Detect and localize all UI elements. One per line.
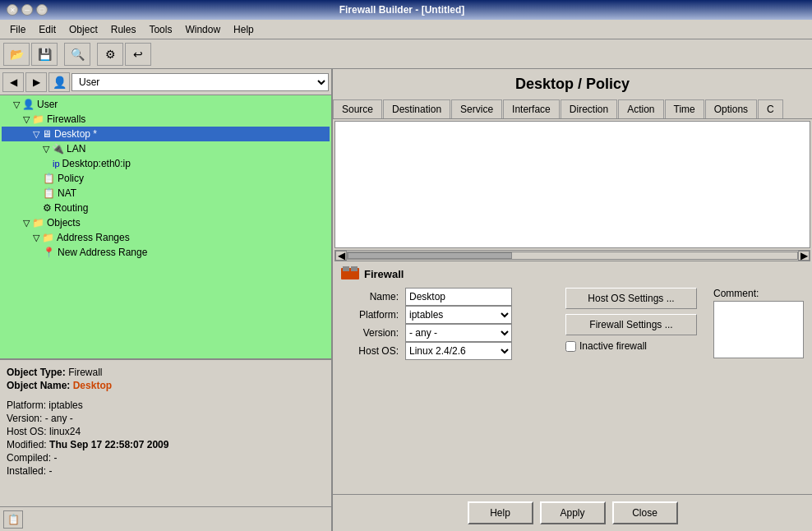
- tab-c[interactable]: C: [758, 99, 783, 118]
- menu-object[interactable]: Object: [62, 22, 104, 37]
- firewall-title: Firewall: [364, 268, 404, 280]
- menu-help[interactable]: Help: [227, 22, 261, 37]
- info-installed-value: -: [48, 465, 52, 477]
- info-version-label: Version:: [7, 413, 42, 424]
- tree-arrow-firewalls: ▽: [23, 114, 30, 125]
- menu-edit[interactable]: Edit: [32, 22, 62, 37]
- inactive-checkbox[interactable]: [565, 341, 576, 352]
- tree-node-policy[interactable]: 📋 Policy: [2, 171, 330, 186]
- forward-btn[interactable]: ▶: [25, 72, 47, 92]
- tab-direction[interactable]: Direction: [561, 99, 617, 118]
- tree-node-routing[interactable]: ⚙ Routing: [2, 201, 330, 215]
- policy-table[interactable]: [334, 121, 810, 248]
- tree-node-user[interactable]: ▽ 👤 User: [2, 97, 330, 112]
- tree-container[interactable]: ▽ 👤 User ▽ 📁 Firewalls ▽ 🖥 De: [0, 95, 331, 358]
- status-icon-btn[interactable]: 📋: [3, 510, 23, 529]
- user-dropdown[interactable]: User: [72, 73, 329, 91]
- scroll-left-btn[interactable]: ◀: [335, 251, 347, 261]
- hostos-select[interactable]: Linux 2.4/2.6 Linux 3.x: [405, 342, 512, 360]
- tree-arrow-desktop: ▽: [33, 129, 39, 140]
- menu-tools[interactable]: Tools: [142, 22, 178, 37]
- address-range-icon: 📍: [43, 247, 55, 258]
- svg-rect-2: [351, 266, 358, 271]
- apply-btn[interactable]: Apply: [540, 501, 606, 524]
- tree-arrow-address-ranges: ▽: [33, 233, 39, 243]
- tree-label-nat: NAT: [58, 187, 76, 199]
- firewall-fields: Name: Platform: iptables pf ipfw Version…: [341, 288, 557, 360]
- tree-arrow-lan: ▽: [43, 144, 49, 155]
- inactive-checkbox-row: Inactive firewall: [565, 340, 705, 352]
- hostos-row: Host OS: Linux 2.4/2.6 Linux 3.x: [341, 342, 557, 360]
- tab-time[interactable]: Time: [665, 99, 704, 118]
- toolbar-open-btn[interactable]: 📂: [3, 43, 30, 66]
- window-min-btn[interactable]: ─: [21, 4, 33, 16]
- host-os-settings-btn[interactable]: Host OS Settings ...: [565, 288, 697, 309]
- tree-label-eth0: Desktop:eth0:ip: [62, 158, 131, 169]
- title-bar: ✕ ─ □ Firewall Builder - [Untitled]: [0, 0, 812, 20]
- tree-label-desktop: Desktop *: [54, 128, 97, 140]
- tree-node-objects[interactable]: ▽ 📁 Objects: [2, 215, 330, 230]
- close-btn[interactable]: Close: [612, 501, 678, 524]
- tree-node-lan[interactable]: ▽ 🔌 LAN: [2, 141, 330, 156]
- tree-label-new-address-range: New Address Range: [58, 247, 147, 258]
- toolbar-settings-btn[interactable]: ⚙: [97, 43, 123, 66]
- menu-rules[interactable]: Rules: [104, 22, 143, 37]
- bottom-buttons: Help Apply Close: [333, 494, 812, 531]
- info-name-value: Desktop: [73, 380, 112, 391]
- left-panel: ◀ ▶ 👤 User ▽ 👤 User ▽ 📁: [0, 69, 333, 531]
- tree-node-nat[interactable]: 📋 NAT: [2, 186, 330, 201]
- toolbar-compile-btn[interactable]: ↩: [125, 43, 151, 66]
- tree-node-address-ranges[interactable]: ▽ 📁 Address Ranges: [2, 230, 330, 245]
- firewall-header: Firewall: [341, 266, 804, 281]
- policy-scrollbar-h[interactable]: ◀ ▶: [334, 250, 810, 261]
- firewall-main: Name: Platform: iptables pf ipfw Version…: [341, 288, 804, 360]
- firewall-settings-btn[interactable]: Firewall Settings ...: [565, 314, 697, 335]
- menu-window[interactable]: Window: [178, 22, 227, 37]
- policy-icon: 📋: [43, 173, 55, 184]
- name-label: Name:: [341, 291, 399, 302]
- toolbar-save-btn[interactable]: 💾: [31, 43, 58, 66]
- window-close-btn[interactable]: ✕: [7, 4, 18, 16]
- user-icon-btn[interactable]: 👤: [48, 72, 70, 92]
- window-title: Firewall Builder - [Untitled]: [48, 4, 756, 16]
- nat-icon: 📋: [43, 187, 55, 199]
- info-modified-value: Thu Sep 17 22:58:07 2009: [49, 439, 168, 450]
- tree-node-firewalls[interactable]: ▽ 📁 Firewalls: [2, 112, 330, 127]
- comment-section: Comment:: [713, 288, 804, 360]
- policy-tabs: Source Destination Service Interface Dir…: [333, 99, 812, 119]
- tree-node-desktop-eth0[interactable]: ip Desktop:eth0:ip: [2, 156, 330, 171]
- name-input[interactable]: [405, 288, 512, 306]
- info-panel: Object Type: Firewall Object Name: Deskt…: [0, 358, 331, 506]
- name-row: Name:: [341, 288, 557, 306]
- menu-file[interactable]: File: [3, 22, 32, 37]
- toolbar-find-btn[interactable]: 🔍: [64, 43, 90, 66]
- tab-service[interactable]: Service: [451, 99, 502, 118]
- tab-action[interactable]: Action: [618, 99, 663, 118]
- info-installed-label: Installed:: [7, 465, 46, 477]
- comment-textarea[interactable]: [713, 301, 804, 358]
- comment-label: Comment:: [713, 288, 804, 299]
- tab-interface[interactable]: Interface: [503, 99, 560, 118]
- info-type-value: Firewall: [68, 367, 102, 378]
- scroll-right-btn[interactable]: ▶: [798, 251, 810, 261]
- tab-source[interactable]: Source: [333, 99, 382, 118]
- user-icon: 👤: [22, 99, 35, 110]
- tree-node-new-address-range[interactable]: 📍 New Address Range: [2, 245, 330, 260]
- inactive-label: Inactive firewall: [579, 340, 647, 352]
- info-modified-label: Modified:: [7, 439, 47, 450]
- tree-node-desktop[interactable]: ▽ 🖥 Desktop *: [2, 127, 330, 141]
- firewall-tree-icon: 🖥: [42, 128, 52, 140]
- info-hostos-label: Host OS:: [7, 426, 47, 437]
- help-btn[interactable]: Help: [468, 501, 533, 524]
- info-compiled-value: -: [53, 452, 57, 464]
- scroll-track[interactable]: [347, 252, 798, 260]
- folder-icon-address-ranges: 📁: [42, 232, 54, 243]
- scroll-thumb[interactable]: [348, 252, 512, 259]
- version-select[interactable]: - any - 1.2 1.4: [405, 324, 512, 342]
- window-max-btn[interactable]: □: [36, 4, 48, 16]
- platform-select[interactable]: iptables pf ipfw: [405, 306, 512, 324]
- tab-destination[interactable]: Destination: [383, 99, 450, 118]
- back-btn[interactable]: ◀: [2, 72, 24, 92]
- firewall-buttons: Host OS Settings ... Firewall Settings .…: [565, 288, 705, 360]
- tab-options[interactable]: Options: [705, 99, 757, 118]
